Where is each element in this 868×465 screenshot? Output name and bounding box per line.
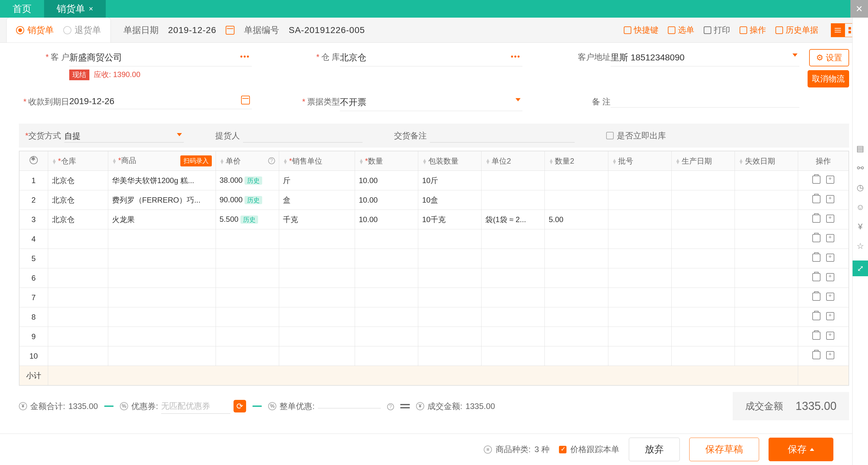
cancel-logistics-button[interactable]: 取消物流 <box>808 70 849 88</box>
mode-tab-return[interactable]: 退货单 <box>63 24 101 36</box>
col-unit2[interactable]: 单位2 <box>492 157 511 165</box>
yen-icon: ¥ <box>416 402 424 410</box>
ellipsis-icon[interactable]: ••• <box>240 52 250 61</box>
rail-link-icon[interactable]: ⚯ <box>856 163 866 173</box>
delete-row-icon[interactable] <box>812 215 820 223</box>
rail-user-icon[interactable]: ☺ <box>856 202 866 212</box>
col-product[interactable]: 商品 <box>121 156 136 164</box>
view-list-button[interactable] <box>831 23 845 37</box>
delivery-method-label: 交货方式 <box>28 131 61 140</box>
delete-row-icon[interactable] <box>812 312 820 320</box>
delete-row-icon[interactable] <box>812 254 820 262</box>
col-exp-date[interactable]: 失效日期 <box>745 157 775 165</box>
save-button[interactable]: 保存 <box>769 438 833 461</box>
select-doc-button[interactable]: 选单 <box>668 25 694 36</box>
history-button[interactable]: 历史单据 <box>775 25 818 36</box>
table-row[interactable]: 2 北京仓 费列罗（FERRERO）巧... 90.000历史 盒 10.00 … <box>20 190 849 210</box>
col-qty2[interactable]: 数量2 <box>555 157 574 165</box>
mode-tabs: 销货单 退货单 <box>6 17 111 42</box>
add-row-icon[interactable] <box>826 176 834 184</box>
calendar-icon[interactable] <box>226 26 235 35</box>
delivery-remark-input[interactable] <box>430 129 575 143</box>
help-icon[interactable]: ? <box>387 403 394 410</box>
print-button[interactable]: 打印 <box>704 25 730 36</box>
invoice-type-input[interactable]: 不开票 <box>340 94 522 111</box>
calendar-icon[interactable] <box>241 96 250 104</box>
order-discount-input[interactable] <box>318 404 381 408</box>
table-row[interactable]: 6 <box>20 268 849 288</box>
deal-label: 成交金额: <box>427 401 462 412</box>
col-price[interactable]: 单价 <box>226 157 241 165</box>
close-icon[interactable]: × <box>89 4 93 13</box>
add-row-icon[interactable] <box>826 215 834 223</box>
delete-row-icon[interactable] <box>812 195 820 203</box>
save-draft-button[interactable]: 保存草稿 <box>689 438 759 461</box>
delete-row-icon[interactable] <box>812 292 820 301</box>
customer-input[interactable]: 新盛商贸公司 ••• <box>69 49 252 66</box>
delete-row-icon[interactable] <box>812 351 820 359</box>
rail-star-icon[interactable]: ☆ <box>856 241 866 251</box>
add-row-icon[interactable] <box>826 351 834 359</box>
chevron-down-icon[interactable] <box>793 54 798 57</box>
table-row[interactable]: 9 <box>20 327 849 346</box>
delete-row-icon[interactable] <box>812 273 820 281</box>
refresh-button[interactable]: ⟳ <box>234 400 246 412</box>
scan-button[interactable]: 扫码录入 <box>180 155 212 166</box>
col-pkg-qty[interactable]: 包装数量 <box>428 157 459 165</box>
settings-button[interactable]: ⚙ 设置 <box>809 49 849 66</box>
help-icon[interactable]: ? <box>268 157 275 164</box>
shortcut-button[interactable]: 快捷键 <box>624 25 658 36</box>
gear-icon[interactable] <box>30 156 38 164</box>
rail-note-icon[interactable]: ▤ <box>856 144 866 154</box>
delivery-method-input[interactable]: 自提 <box>64 129 184 143</box>
add-row-icon[interactable] <box>826 195 834 203</box>
add-row-icon[interactable] <box>826 254 834 262</box>
col-prod-date[interactable]: 生产日期 <box>682 157 712 165</box>
table-row[interactable]: 1 北京仓 华美华夫软饼1200g 糕... 38.000历史 斤 10.00 … <box>20 171 849 190</box>
add-row-icon[interactable] <box>826 292 834 301</box>
warehouse-input[interactable]: 北京仓 ••• <box>340 49 522 66</box>
immediate-checkbox[interactable] <box>606 132 614 140</box>
col-batch[interactable]: 批号 <box>618 157 633 165</box>
coupon-input[interactable]: 无匹配优惠券 <box>161 399 230 414</box>
table-row[interactable]: 8 <box>20 307 849 327</box>
chevron-down-icon[interactable] <box>177 133 182 136</box>
track-price-checkbox[interactable] <box>559 446 566 453</box>
address-input[interactable]: 里斯 18512348090 <box>611 49 799 66</box>
rail-clock-icon[interactable]: ◷ <box>856 183 866 192</box>
add-row-icon[interactable] <box>826 234 834 242</box>
add-row-icon[interactable] <box>826 273 834 281</box>
col-qty[interactable]: 数量 <box>368 157 383 165</box>
discard-button[interactable]: 放弃 <box>629 438 680 461</box>
doc-date-value[interactable]: 2019-12-26 <box>168 25 216 35</box>
delete-row-icon[interactable] <box>812 176 820 184</box>
tab-sales-order[interactable]: 销货单 × <box>44 0 106 18</box>
table-row[interactable]: 3 北京仓 火龙果 5.500历史 千克 10.00 10千克 袋(1袋 ≈ 2… <box>20 210 849 229</box>
delete-row-icon[interactable] <box>812 234 820 242</box>
col-warehouse[interactable]: 仓库 <box>61 157 76 165</box>
table-row[interactable]: 5 <box>20 249 849 268</box>
col-sales-unit[interactable]: 销售单位 <box>292 157 322 165</box>
tab-home[interactable]: 首页 <box>0 0 44 18</box>
ellipsis-icon[interactable]: ••• <box>511 52 521 61</box>
rail-yen-icon[interactable]: ¥ <box>856 221 866 231</box>
table-row[interactable]: 10 <box>20 346 849 366</box>
rail-expand-icon[interactable]: ⤢ <box>852 260 868 276</box>
history-tag[interactable]: 历史 <box>245 177 262 185</box>
table-row[interactable]: 4 <box>20 229 849 249</box>
history-tag[interactable]: 历史 <box>241 216 258 224</box>
history-tag[interactable]: 历史 <box>245 196 262 204</box>
chevron-down-icon[interactable] <box>516 98 521 101</box>
customer-label: 客 户 <box>51 52 69 62</box>
table-row[interactable]: 7 <box>20 288 849 307</box>
add-row-icon[interactable] <box>826 332 834 340</box>
delete-row-icon[interactable] <box>812 332 820 340</box>
equals-icon <box>400 404 410 408</box>
add-row-icon[interactable] <box>826 312 834 320</box>
mode-tab-sales[interactable]: 销货单 <box>16 24 54 36</box>
due-date-input[interactable]: 2019-12-26 <box>69 94 252 109</box>
remark-input[interactable] <box>611 94 799 107</box>
operate-button[interactable]: 操作 <box>740 25 766 36</box>
picker-input[interactable] <box>243 129 363 143</box>
close-window-button[interactable]: × <box>850 0 868 18</box>
